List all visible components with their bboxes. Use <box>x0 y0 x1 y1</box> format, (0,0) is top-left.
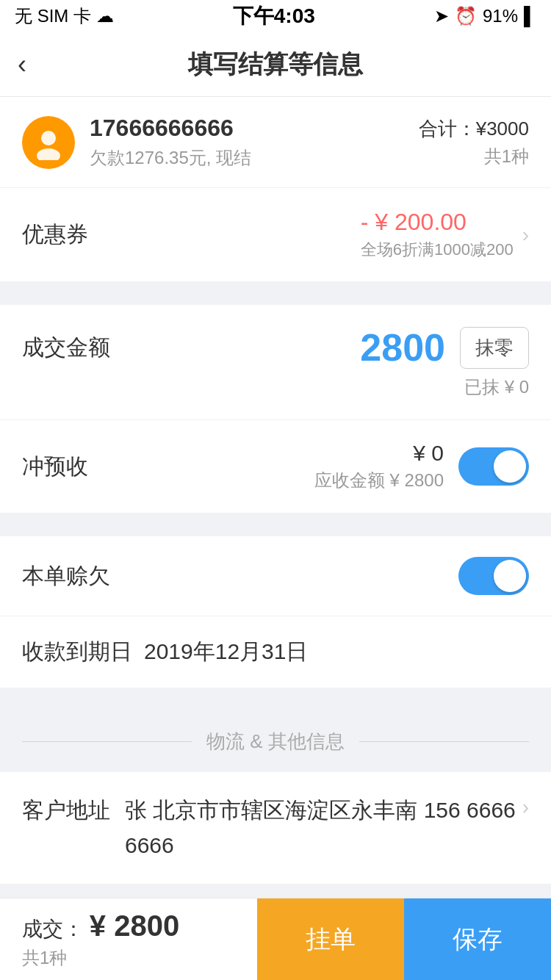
address-section[interactable]: 客户地址 张 北京市市辖区海淀区永丰南 156 6666 6666 › <box>0 772 551 884</box>
debt-section: 本单赊欠 <box>0 536 551 616</box>
debt-toggle[interactable] <box>458 557 529 595</box>
chevron-right-icon: › <box>522 223 529 247</box>
status-bar: 无 SIM 卡 ☁ 下午4:03 ➤ ⏰ 91% ▌ <box>0 0 551 32</box>
sim-label: 无 SIM 卡 ☁ <box>15 4 114 28</box>
debt-toggle-knob <box>494 560 526 592</box>
customer-phone: 17666666666 <box>90 115 251 142</box>
prereceive-section: 冲预收 ¥ 0 应收金额 ¥ 2800 <box>0 419 551 513</box>
svg-point-1 <box>37 148 60 160</box>
status-left: 无 SIM 卡 ☁ <box>15 4 114 28</box>
prereceive-value-group: ¥ 0 应收金额 ¥ 2800 <box>314 441 444 492</box>
bottom-bar: 成交： ¥ 2800 共1种 挂单 保存 <box>0 898 551 980</box>
customer-debt: 欠款1276.35元, 现结 <box>90 146 251 170</box>
status-right: ➤ ⏰ 91% ▌ <box>434 6 536 26</box>
sep-line-left <box>22 741 192 742</box>
round-zero-button[interactable]: 抹零 <box>460 327 529 369</box>
prereceive-sub: 应收金额 ¥ 2800 <box>314 469 444 492</box>
deal-label: 成交： <box>22 918 84 940</box>
toggle-knob <box>494 450 526 483</box>
amount-sub: 已抹 ¥ 0 <box>22 375 529 399</box>
customer-card: 17666666666 欠款1276.35元, 现结 合计：¥3000 共1种 … <box>0 97 551 281</box>
duedate-section: 收款到期日 2019年12月31日 <box>0 616 551 688</box>
coupon-discount: - ¥ 200.00 <box>361 209 514 236</box>
duedate-label: 收款到期日 <box>22 637 132 667</box>
coupon-right: - ¥ 200.00 全场6折满1000减200 › <box>361 209 529 261</box>
amount-value: 2800 <box>360 325 445 370</box>
prereceive-row: 冲预收 ¥ 0 应收金额 ¥ 2800 <box>22 441 529 492</box>
status-time: 下午4:03 <box>233 2 315 30</box>
deal-line: 成交： ¥ 2800 <box>22 909 235 943</box>
save-button[interactable]: 保存 <box>404 898 551 981</box>
customer-info: 17666666666 欠款1276.35元, 现结 <box>90 115 251 170</box>
battery-icon: ▌ <box>524 6 536 26</box>
prereceive-right: ¥ 0 应收金额 ¥ 2800 <box>314 441 529 492</box>
customer-right: 合计：¥3000 共1种 <box>419 116 529 168</box>
amount-row: 成交金额 2800 抹零 <box>22 325 529 370</box>
amount-value-group: 2800 抹零 <box>360 325 529 370</box>
back-button[interactable]: ‹ <box>18 49 26 80</box>
section-divider-2 <box>0 525 551 536</box>
battery-label: 91% <box>483 6 518 26</box>
amount-card: 成交金额 2800 抹零 已抹 ¥ 0 冲预收 ¥ 0 应收金额 ¥ 2800 <box>0 305 551 513</box>
address-chevron-icon: › <box>522 793 529 819</box>
logistics-label: 物流 & 其他信息 <box>206 729 345 754</box>
content-area: 17666666666 欠款1276.35元, 现结 合计：¥3000 共1种 … <box>0 97 551 980</box>
avatar <box>22 116 75 169</box>
debt-card: 本单赊欠 收款到期日 2019年12月31日 <box>0 536 551 688</box>
address-card: 客户地址 张 北京市市辖区海淀区永丰南 156 6666 6666 › <box>0 772 551 884</box>
address-value: 张 北京市市辖区海淀区永丰南 156 6666 6666 <box>125 793 522 863</box>
address-label: 客户地址 <box>22 793 110 826</box>
hold-button[interactable]: 挂单 <box>257 898 404 981</box>
customer-left: 17666666666 欠款1276.35元, 现结 <box>22 115 251 170</box>
nav-bar: ‹ 填写结算等信息 <box>0 32 551 97</box>
deal-amount: ¥ 2800 <box>90 909 179 942</box>
coupon-label: 优惠券 <box>22 220 88 250</box>
alarm-icon: ⏰ <box>455 6 477 26</box>
deal-count: 共1种 <box>22 946 235 970</box>
amount-section: 成交金额 2800 抹零 已抹 ¥ 0 <box>0 305 551 419</box>
svg-point-0 <box>41 131 56 145</box>
duedate-value: 2019年12月31日 <box>144 637 308 667</box>
prereceive-label: 冲预收 <box>22 452 88 482</box>
page-title: 填写结算等信息 <box>188 48 363 82</box>
debt-label: 本单赊欠 <box>22 561 110 591</box>
coupon-description: 全场6折满1000减200 <box>361 239 514 261</box>
amount-label: 成交金额 <box>22 333 110 363</box>
logistics-separator: 物流 & 其他信息 <box>0 711 551 772</box>
prereceive-value: ¥ 0 <box>314 441 444 466</box>
section-divider-3 <box>0 699 551 711</box>
sep-line-right <box>359 741 529 742</box>
location-icon: ➤ <box>434 6 449 26</box>
section-divider-1 <box>0 293 551 305</box>
coupon-info: - ¥ 200.00 全场6折满1000减200 <box>361 209 514 261</box>
total-count: 共1种 <box>419 145 529 168</box>
total-label: 合计：¥3000 <box>419 116 529 142</box>
bottom-summary: 成交： ¥ 2800 共1种 <box>0 909 257 970</box>
coupon-row[interactable]: 优惠券 - ¥ 200.00 全场6折满1000减200 › <box>0 187 551 281</box>
prereceive-toggle[interactable] <box>458 447 529 486</box>
customer-row: 17666666666 欠款1276.35元, 现结 合计：¥3000 共1种 <box>0 97 551 187</box>
